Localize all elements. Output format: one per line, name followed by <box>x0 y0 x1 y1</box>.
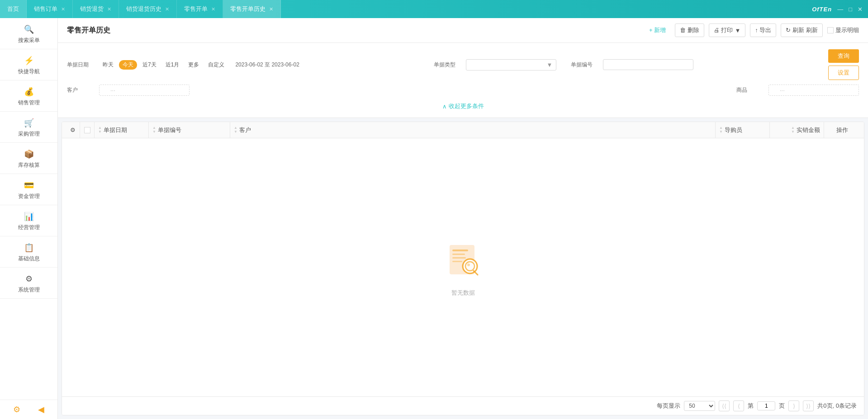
print-button[interactable]: 🖨 打印 ▼ <box>709 24 746 37</box>
sidebar-item-system[interactable]: ⚙ 系统管理 <box>0 268 57 299</box>
sales-icon: 💰 <box>24 87 34 97</box>
pagination-bar: 每页显示 50 10 20 100 ⟨⟨ ⟨ 第 页 ⟩ <box>62 396 864 415</box>
top-tabbar: 首页 销售订单 ✕ 销货退货 ✕ 销货退货历史 ✕ 零售开单 ✕ 零售开单历史 … <box>0 0 868 18</box>
per-page-label: 每页显示 <box>657 402 680 410</box>
th-action-label: 操作 <box>836 126 848 134</box>
page-input[interactable] <box>757 401 775 410</box>
order-type-arrow-icon: ▼ <box>547 61 553 68</box>
customer-filter-label: 客户 <box>67 86 92 94</box>
sidebar-item-purchase[interactable]: 🛒 采购管理 <box>0 112 57 143</box>
svg-rect-3 <box>452 257 466 259</box>
shortcut-1month[interactable]: 近1月 <box>162 60 183 70</box>
page-title: 零售开单历史 <box>67 26 110 35</box>
show-detail-checkbox[interactable] <box>827 27 834 33</box>
select-all-checkbox[interactable] <box>84 127 90 133</box>
order-type-filter-label: 单据类型 <box>434 61 459 69</box>
sidebar-item-search-label: 搜索采单 <box>18 37 40 44</box>
export-button[interactable]: ↑ 导出 <box>750 24 776 37</box>
tab-retail-history-close[interactable]: ✕ <box>269 6 273 12</box>
order-type-select[interactable]: ▼ <box>466 59 556 71</box>
tab-sales-return[interactable]: 销货退货 ✕ <box>73 0 119 18</box>
th-customer-sort[interactable]: ▲ ▼ <box>234 126 237 134</box>
sidebar-settings-btn[interactable]: ⚙ <box>13 405 20 414</box>
th-number-sort[interactable]: ▲ ▼ <box>152 126 156 134</box>
table-area: ⚙ ▲ ▼ 单据日期 ▲ ▼ 单据编号 <box>62 122 864 415</box>
sidebar-item-finance[interactable]: 💳 资金管理 <box>0 174 57 205</box>
filter-row-1: 单据日期 昨天 今天 近7天 近1月 更多 自定义 2023-06-02 至 2… <box>67 49 859 80</box>
sidebar-item-sales[interactable]: 💰 销售管理 <box>0 80 57 112</box>
sidebar-item-shortcut[interactable]: ⚡ 快捷导航 <box>0 49 57 80</box>
table-header: ⚙ ▲ ▼ 单据日期 ▲ ▼ 单据编号 <box>62 122 864 138</box>
th-guide-sort[interactable]: ▲ ▼ <box>719 126 723 134</box>
date-shortcuts: 昨天 今天 近7天 近1月 更多 自定义 <box>99 60 228 70</box>
tab-home[interactable]: 首页 <box>0 0 27 18</box>
shortcut-today[interactable]: 今天 <box>119 60 137 70</box>
tab-sales-order-close[interactable]: ✕ <box>61 6 65 12</box>
shortcut-icon: ⚡ <box>24 56 34 66</box>
th-date-label: 单据日期 <box>104 126 127 134</box>
sidebar-item-base[interactable]: 📋 基础信息 <box>0 236 57 268</box>
maximize-btn[interactable]: □ <box>849 6 852 13</box>
sidebar-bottom: ⚙ ◀ <box>0 400 57 419</box>
th-customer-label: 客户 <box>239 126 251 134</box>
brand-label: OfTEn <box>812 6 832 13</box>
tab-retail-history[interactable]: 零售开单历史 ✕ <box>223 0 281 18</box>
delete-button[interactable]: 🗑 删除 <box>675 24 704 37</box>
last-page-btn[interactable]: ⟩⟩ <box>803 400 814 411</box>
tab-sales-order[interactable]: 销售订单 ✕ <box>27 0 73 18</box>
tab-sales-return-history[interactable]: 销货退货历史 ✕ <box>119 0 177 18</box>
th-date-sort[interactable]: ▲ ▼ <box>98 126 102 134</box>
th-customer: ▲ ▼ 客户 <box>230 122 716 138</box>
prev-page-icon: ⟨ <box>738 403 740 410</box>
th-action: 操作 <box>824 122 860 138</box>
new-button[interactable]: + 新增 <box>645 24 670 37</box>
sidebar-item-inventory[interactable]: 📦 库存核算 <box>0 143 57 174</box>
next-page-btn[interactable]: ⟩ <box>788 400 799 411</box>
tab-sales-return-label: 销货退货 <box>80 5 104 13</box>
goods-filter-label: 商品 <box>736 86 761 94</box>
system-icon: ⚙ <box>25 274 33 284</box>
goods-input[interactable]: ··· <box>768 85 859 96</box>
sidebar-item-shortcut-label: 快捷导航 <box>18 68 40 75</box>
order-number-filter-label: 单据编号 <box>571 61 596 69</box>
collapse-filter-btn[interactable]: ∧ 收起更多条件 <box>67 100 859 114</box>
per-page-select[interactable]: 50 10 20 100 <box>684 401 715 411</box>
customer-input[interactable]: ··· <box>99 85 190 96</box>
page-suffix: 页 <box>779 402 785 410</box>
prev-page-btn[interactable]: ⟨ <box>733 400 744 411</box>
tab-sales-return-history-close[interactable]: ✕ <box>165 6 169 12</box>
sidebar: 🔍 搜索采单 ⚡ 快捷导航 💰 销售管理 🛒 采购管理 📦 库存核算 💳 资金管… <box>0 18 58 419</box>
shortcut-yesterday[interactable]: 昨天 <box>99 60 117 70</box>
shortcut-7days[interactable]: 近7天 <box>139 60 160 70</box>
sidebar-item-search[interactable]: 🔍 搜索采单 <box>0 18 57 49</box>
query-button[interactable]: 查询 <box>828 49 859 63</box>
sidebar-item-operations[interactable]: 📊 经营管理 <box>0 205 57 236</box>
collapse-text: 收起更多条件 <box>449 102 484 110</box>
close-btn[interactable]: ✕ <box>858 6 863 13</box>
sidebar-collapse-btn[interactable]: ◀ <box>38 405 44 414</box>
th-guide: ▲ ▼ 导购员 <box>716 122 770 138</box>
shortcut-more[interactable]: 更多 <box>185 60 203 70</box>
refresh-button-label: ↻ 刷新 <box>786 26 804 34</box>
first-page-btn[interactable]: ⟨⟨ <box>719 400 730 411</box>
print-arrow-icon: ▼ <box>735 27 740 34</box>
sidebar-item-inventory-label: 库存核算 <box>18 161 40 169</box>
settings-button[interactable]: 设置 <box>828 66 859 80</box>
minimize-btn[interactable]: — <box>837 6 843 13</box>
tab-home-label: 首页 <box>7 5 19 13</box>
tab-sales-return-close[interactable]: ✕ <box>107 6 111 12</box>
show-detail-checkbox-label[interactable]: 显示明细 <box>827 26 859 34</box>
tab-retail-open-close[interactable]: ✕ <box>211 6 215 12</box>
th-settings[interactable]: ⚙ <box>66 122 80 138</box>
main-layout: 🔍 搜索采单 ⚡ 快捷导航 💰 销售管理 🛒 采购管理 📦 库存核算 💳 资金管… <box>0 18 868 419</box>
th-amount-sort[interactable]: ▲ ▼ <box>791 126 795 134</box>
refresh-button[interactable]: ↻ 刷新 刷新 <box>781 24 823 37</box>
order-number-input[interactable] <box>603 59 693 70</box>
th-check[interactable] <box>80 122 95 138</box>
last-page-icon: ⟩⟩ <box>806 403 811 410</box>
empty-state: 暂无数据 <box>62 138 864 396</box>
print-button-label: 🖨 打印 <box>714 26 733 34</box>
shortcut-custom[interactable]: 自定义 <box>204 60 228 70</box>
tab-retail-open[interactable]: 零售开单 ✕ <box>177 0 223 18</box>
tab-retail-open-label: 零售开单 <box>184 5 208 13</box>
